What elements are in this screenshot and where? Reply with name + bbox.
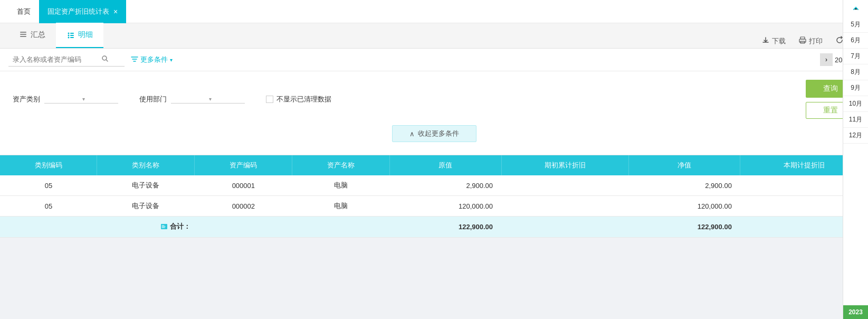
table-wrap: 类别编码 类别名称 资产编码 资产名称 原值 期初累计折旧 净值 本期计提折旧 … [0,155,868,238]
more-filters-label: 更多条件 [140,55,168,64]
chevron-right-icon: › [825,56,827,63]
col-category-code: 类别编码 [0,155,97,175]
sidebar-month-6[interactable]: 6月 [843,33,868,49]
home-nav[interactable]: 首页 [8,7,39,16]
exclude-cleared-label: 不显示已清理数据 [276,95,331,104]
filter-panel: 资产类别 ▾ 使用部门 ▾ 不显示已清理数据 查询 重置 ∧ 收起更多条件 [0,71,868,155]
total-net-value: 122,900.00 [629,217,740,238]
total-label: 合计： [170,222,190,231]
row1-category-name: 电子设备 [97,175,195,196]
collapse-row: ∧ 收起更多条件 [13,125,855,146]
row1-category-code: 05 [0,175,97,196]
more-filters-button[interactable]: 更多条件 ▾ [131,55,173,64]
print-button[interactable]: 打印 [798,36,823,46]
sidebar-month-9[interactable]: 9月 [843,80,868,96]
sidebar-month-5[interactable]: 5月 [843,17,868,33]
active-tab[interactable]: 固定资产折旧统计表 × [39,0,126,23]
download-label: 下载 [772,36,786,46]
row1-asset-name: 电脑 [292,175,390,196]
chevron-down-icon: ▾ [170,57,173,63]
print-label: 打印 [809,36,823,46]
top-nav: 首页 固定资产折旧统计表 × × [0,0,868,23]
col-original-value: 原值 [390,155,501,175]
table-total-row: 合计： 122,900.00 122,900.00 [0,217,868,238]
sidebar-month-8[interactable]: 8月 [843,64,868,80]
department-filter: 使用部门 ▾ [139,95,245,104]
tab-summary-label: 汇总 [31,30,45,40]
row2-category-name: 电子设备 [97,196,195,217]
tab-detail[interactable]: 明细 [56,23,103,48]
col-asset-code: 资产编码 [195,155,292,175]
svg-rect-8 [70,37,74,38]
search-input[interactable] [13,55,97,63]
asset-category-label: 资产类别 [13,95,40,104]
month-9-label: 9月 [851,83,861,92]
sidebar-year: 2023 [843,305,868,319]
exclude-cleared-checkbox[interactable] [266,96,273,103]
row2-asset-name: 电脑 [292,196,390,217]
list-icon [66,31,75,39]
row2-original-value: 120,000.00 [390,196,501,217]
month-12-label: 12月 [849,131,862,140]
row2-accumulated-dep [501,196,629,217]
total-asset-code [195,217,292,238]
tab-close-button[interactable]: × [113,7,118,16]
svg-rect-1 [20,36,26,37]
exclude-cleared-checkbox-item[interactable]: 不显示已清理数据 [266,95,331,104]
data-table: 类别编码 类别名称 资产编码 资产名称 原值 期初累计折旧 净值 本期计提折旧 … [0,155,868,238]
table-row: 05 电子设备 000001 电脑 2,900.00 2,900.00 [0,175,868,196]
total-icon-cell: 合计： [0,217,195,238]
sidebar-month-12[interactable]: 12月 [843,128,868,144]
month-6-label: 6月 [851,36,861,45]
asset-category-filter: 资产类别 ▾ [13,95,118,104]
year-label: 2023 [848,308,863,316]
svg-rect-2 [20,32,26,33]
row1-accumulated-dep [501,175,629,196]
month-10-label: 10月 [849,99,862,108]
sidebar-up-arrow[interactable] [843,0,868,17]
department-label: 使用部门 [139,95,167,104]
tab-label: 固定资产折旧统计表 [47,7,109,16]
tab-detail-label: 明细 [78,30,93,40]
col-net-value: 净值 [629,155,740,175]
date-nav-arrow[interactable]: › [820,53,833,66]
asset-category-select[interactable]: ▾ [44,95,118,104]
download-button[interactable]: 下载 [761,36,786,46]
total-icon: 合计： [160,222,190,231]
sub-tabs-bar: 汇总 明细 下载 [0,23,868,49]
row1-original-value: 2,900.00 [390,175,501,196]
right-sidebar: 5月 6月 7月 8月 9月 10月 11月 12月 2023 [843,0,868,319]
sidebar-month-7[interactable]: 7月 [843,49,868,64]
col-accumulated-depreciation: 期初累计折旧 [501,155,629,175]
month-8-label: 8月 [851,68,861,77]
sidebar-month-11[interactable]: 11月 [843,112,868,128]
layers-icon [19,31,27,39]
row2-asset-code: 000002 [195,196,292,217]
search-bar: 更多条件 ▾ › 2023.01 [0,49,868,71]
col-asset-name: 资产名称 [292,155,390,175]
collapse-button[interactable]: ∧ 收起更多条件 [392,125,476,142]
filter-row: 资产类别 ▾ 使用部门 ▾ 不显示已清理数据 查询 重置 [13,80,855,119]
table-header-row: 类别编码 类别名称 资产编码 资产名称 原值 期初累计折旧 净值 本期计提折旧 [0,155,868,175]
department-select[interactable]: ▾ [171,95,245,104]
search-input-wrap[interactable] [8,53,125,67]
row1-asset-code: 000001 [195,175,292,196]
month-7-label: 7月 [851,52,861,61]
row2-net-value: 120,000.00 [629,196,740,217]
total-asset-name [292,217,390,238]
filter-icon [131,55,138,64]
svg-rect-0 [20,34,26,35]
col-category-name: 类别名称 [97,155,195,175]
tab-summary[interactable]: 汇总 [8,23,56,48]
department-arrow: ▾ [209,96,243,102]
sidebar-month-10[interactable]: 10月 [843,96,868,112]
month-5-label: 5月 [851,20,861,29]
chevron-up-icon: ∧ [409,130,415,138]
svg-point-3 [68,33,70,34]
svg-rect-6 [70,35,74,36]
collapse-label: 收起更多条件 [418,129,459,138]
row2-category-code: 05 [0,196,97,217]
svg-point-12 [102,56,107,60]
svg-point-5 [68,35,70,36]
asset-category-arrow: ▾ [82,96,116,102]
